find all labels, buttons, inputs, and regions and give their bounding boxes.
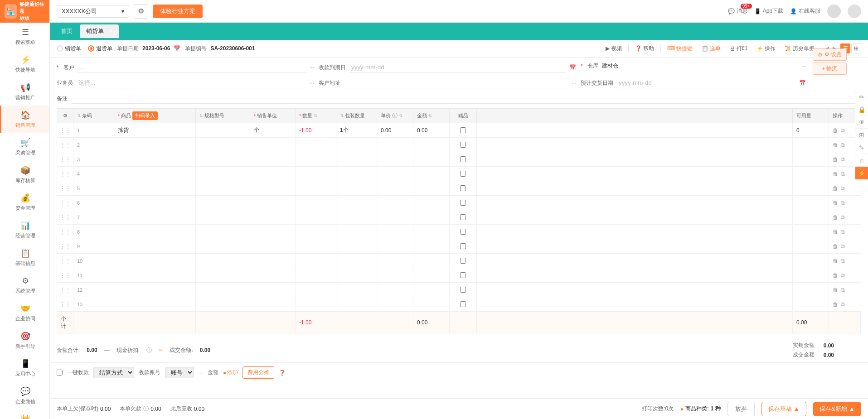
- cell-product-5[interactable]: [114, 196, 196, 210]
- cell-pack-5[interactable]: [336, 196, 377, 210]
- cell-spec-9[interactable]: [196, 254, 250, 268]
- cell-price-1[interactable]: [377, 138, 413, 152]
- cell-note-10[interactable]: [477, 268, 793, 282]
- calendar-icon[interactable]: 📅: [174, 45, 180, 52]
- delete-row-btn-12[interactable]: 🗑: [833, 301, 838, 308]
- copy-row-btn-1[interactable]: ⧉: [841, 142, 845, 148]
- cell-amount-11[interactable]: [413, 283, 450, 297]
- expense-split-btn[interactable]: 费用分摊: [242, 366, 274, 379]
- copy-row-btn-2[interactable]: ⧉: [841, 156, 845, 163]
- cell-note-1[interactable]: [477, 138, 793, 152]
- cell-barcode-3[interactable]: 4: [73, 167, 114, 181]
- cell-pack-9[interactable]: [336, 254, 377, 268]
- cell-qty-2[interactable]: [296, 152, 336, 166]
- cell-settings-2[interactable]: ⋮⋮: [57, 152, 73, 166]
- radio-sales-order[interactable]: 销货单: [57, 45, 81, 53]
- cell-amount-1[interactable]: [413, 138, 450, 152]
- cell-unit-1[interactable]: [250, 138, 296, 152]
- cell-note-5[interactable]: [477, 196, 793, 210]
- cell-pack-6[interactable]: [336, 210, 377, 224]
- delete-row-btn-1[interactable]: 🗑: [833, 142, 838, 148]
- cell-unit-7[interactable]: [250, 225, 296, 239]
- cell-amount-7[interactable]: [413, 225, 450, 239]
- cell-unit-11[interactable]: [250, 283, 296, 297]
- sort-spec-icon[interactable]: ⇅: [199, 113, 203, 118]
- cell-price-4[interactable]: [377, 181, 413, 195]
- cell-product-4[interactable]: [114, 181, 196, 195]
- cell-gift-6[interactable]: [450, 210, 477, 224]
- sidebar-item-guide[interactable]: 🎯 新手引导: [0, 327, 49, 354]
- cell-amount-0[interactable]: 0.00: [413, 123, 450, 137]
- cell-settings-9[interactable]: ⋮⋮: [57, 254, 73, 268]
- settings-gear-btn[interactable]: ⚙: [134, 4, 148, 19]
- cell-barcode-11[interactable]: 12: [73, 283, 114, 297]
- cell-price-3[interactable]: [377, 167, 413, 181]
- cell-gift-1[interactable]: [450, 138, 477, 152]
- delete-row-btn-5[interactable]: 🗑: [833, 200, 838, 206]
- sidebar-item-finance[interactable]: 💰 资金管理: [0, 188, 49, 216]
- cell-product-9[interactable]: [114, 254, 196, 268]
- cell-pack-1[interactable]: [336, 138, 377, 152]
- copy-row-btn-0[interactable]: ⧉: [841, 127, 845, 134]
- cell-product-12[interactable]: [114, 297, 196, 311]
- cell-product-6[interactable]: [114, 210, 196, 224]
- side-edit-icon[interactable]: ✏: [855, 91, 868, 103]
- cell-pack-11[interactable]: [336, 283, 377, 297]
- customer-input[interactable]: [78, 62, 306, 73]
- cell-note-9[interactable]: [477, 254, 793, 268]
- cell-qty-3[interactable]: [296, 167, 336, 181]
- delete-row-btn-6[interactable]: 🗑: [833, 214, 838, 221]
- cell-barcode-8[interactable]: 9: [73, 239, 114, 253]
- gift-checkbox-2[interactable]: [460, 156, 466, 162]
- delete-row-btn-9[interactable]: 🗑: [833, 258, 838, 264]
- cell-product-8[interactable]: [114, 239, 196, 253]
- sort-qty-icon[interactable]: ⇅: [314, 113, 317, 118]
- cell-product-11[interactable]: [114, 283, 196, 297]
- gift-checkbox-9[interactable]: [460, 258, 466, 264]
- gift-checkbox-6[interactable]: [460, 214, 466, 220]
- cell-note-6[interactable]: [477, 210, 793, 224]
- history-btn[interactable]: 📜 历史单据: [782, 44, 817, 53]
- print-btn[interactable]: 🖨 打印: [727, 44, 750, 53]
- cell-barcode-5[interactable]: 6: [73, 196, 114, 210]
- cell-settings-1[interactable]: ⋮⋮: [57, 138, 73, 152]
- cell-unit-8[interactable]: [250, 239, 296, 253]
- customer-addr-input[interactable]: [344, 77, 568, 88]
- sidebar-item-base[interactable]: 📋 基础信息: [0, 244, 49, 271]
- copy-row-btn-6[interactable]: ⧉: [841, 214, 845, 221]
- sidebar-item-operations[interactable]: 📊 经营管理: [0, 216, 49, 244]
- cell-spec-5[interactable]: [196, 196, 250, 210]
- cell-pack-2[interactable]: [336, 152, 377, 166]
- cell-amount-9[interactable]: [413, 254, 450, 268]
- copy-row-btn-11[interactable]: ⧉: [841, 287, 845, 293]
- copy-row-btn-9[interactable]: ⧉: [841, 258, 845, 264]
- cell-unit-12[interactable]: [250, 297, 296, 311]
- salesperson-expand-icon[interactable]: ···: [310, 80, 314, 86]
- sidebar-item-system[interactable]: ⚙ 系统管理: [0, 271, 49, 299]
- side-eye-icon[interactable]: 👁: [855, 116, 868, 129]
- cell-barcode-12[interactable]: 13: [73, 297, 114, 311]
- delete-row-btn-7[interactable]: 🗑: [833, 229, 838, 235]
- cell-price-10[interactable]: [377, 268, 413, 282]
- payment-calendar-icon[interactable]: 📅: [569, 64, 576, 71]
- addr-expand-icon[interactable]: ···: [572, 80, 576, 86]
- gift-checkbox-1[interactable]: [460, 142, 466, 148]
- cell-unit-4[interactable]: [250, 181, 296, 195]
- cell-pack-3[interactable]: [336, 167, 377, 181]
- delivery-date-input[interactable]: [617, 77, 795, 88]
- gift-checkbox-8[interactable]: [460, 243, 466, 249]
- add-payment-btn[interactable]: ● 添加: [223, 369, 238, 376]
- cell-price-0[interactable]: 0.00: [377, 123, 413, 137]
- cell-gift-5[interactable]: [450, 196, 477, 210]
- remark-input[interactable]: [71, 93, 861, 104]
- cell-spec-7[interactable]: [196, 225, 250, 239]
- help-btn[interactable]: ❓ 帮助: [632, 44, 657, 53]
- try-industry-btn[interactable]: 体验行业方案: [153, 5, 203, 18]
- cell-settings-0[interactable]: ⋮⋮: [57, 123, 73, 137]
- cell-spec-3[interactable]: [196, 167, 250, 181]
- delete-row-btn-8[interactable]: 🗑: [833, 243, 838, 250]
- sort-icon[interactable]: ⇅: [77, 113, 81, 118]
- sidebar-item-search[interactable]: ☰ 搜索菜单: [0, 23, 49, 50]
- cell-price-7[interactable]: [377, 225, 413, 239]
- cell-product-7[interactable]: [114, 225, 196, 239]
